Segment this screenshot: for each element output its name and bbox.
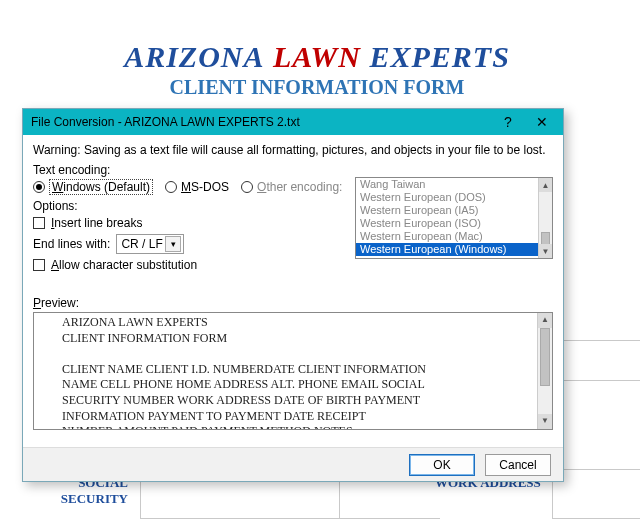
file-conversion-dialog: File Conversion - ARIZONA LAWN EXPERTS 2… (22, 108, 564, 482)
table-cell (552, 469, 640, 519)
chevron-down-icon: ▾ (165, 236, 181, 252)
document-subtitle: CLIENT INFORMATION FORM (0, 76, 634, 99)
warning-text: Warning: Saving as a text file will caus… (33, 143, 553, 157)
scroll-down-icon[interactable]: ▼ (538, 414, 552, 429)
checkbox-icon (33, 217, 45, 229)
end-lines-value: CR / LF (121, 237, 162, 251)
preview-line: CLIENT NAME CLIENT I.D. NUMBERDATE CLIEN… (62, 362, 534, 378)
preview-line: ARIZONA LAWN EXPERTS (62, 315, 534, 331)
checkbox-icon (33, 259, 45, 271)
preview-line: INFORMATION PAYMENT TO PAYMENT DATE RECE… (62, 409, 534, 425)
radio-msdos[interactable]: MS-DOS (165, 180, 229, 194)
document-title: ARIZONA LAWN EXPERTS (0, 40, 634, 74)
title-word-1: ARIZONA (124, 40, 264, 73)
cancel-button[interactable]: Cancel (485, 454, 551, 476)
title-word-2: LAWN (273, 40, 361, 73)
dialog-titlebar[interactable]: File Conversion - ARIZONA LAWN EXPERTS 2… (23, 109, 563, 135)
list-item-selected[interactable]: Western European (Windows) (356, 243, 552, 256)
scrollbar[interactable]: ▲ ▼ (538, 178, 552, 258)
end-lines-label: End lines with: (33, 237, 110, 251)
scroll-thumb[interactable] (540, 328, 550, 386)
preview-label: Preview: (33, 296, 553, 310)
scrollbar[interactable]: ▲ ▼ (537, 313, 552, 429)
preview-line: CLIENT INFORMATION FORM (62, 331, 534, 347)
text-encoding-label: Text encoding: (33, 163, 553, 177)
close-button[interactable]: ✕ (525, 111, 559, 133)
radio-windows-default[interactable]: Windows (Default) (33, 179, 153, 195)
preview-line: SECURITY NUMBER WORK ADDRESS DATE OF BIR… (62, 393, 534, 409)
radio-icon (165, 181, 177, 193)
preview-line (62, 346, 534, 362)
preview-textbox[interactable]: ARIZONA LAWN EXPERTS CLIENT INFORMATION … (33, 312, 553, 430)
help-button[interactable]: ? (491, 111, 525, 133)
dialog-title: File Conversion - ARIZONA LAWN EXPERTS 2… (31, 115, 491, 129)
title-word-3: EXPERTS (369, 40, 509, 73)
ok-button[interactable]: OK (409, 454, 475, 476)
dialog-body: Warning: Saving as a text file will caus… (23, 135, 563, 438)
encoding-listbox[interactable]: Wang Taiwan Western European (DOS) Weste… (355, 177, 553, 259)
list-item[interactable]: Western European (DOS) (356, 191, 552, 204)
radio-other-encoding[interactable]: Other encoding: (241, 180, 342, 194)
list-item[interactable]: Western European (Mac) (356, 230, 552, 243)
list-item[interactable]: Western European (IA5) (356, 204, 552, 217)
checkbox-allow-substitution[interactable]: Allow character substitution (33, 258, 553, 272)
end-lines-combo[interactable]: CR / LF ▾ (116, 234, 184, 254)
preview-line: NAME CELL PHONE HOME ADDRESS ALT. PHONE … (62, 377, 534, 393)
list-item[interactable]: Wang Taiwan (356, 178, 552, 191)
dialog-footer: OK Cancel (23, 447, 563, 481)
list-item[interactable]: Western European (ISO) (356, 217, 552, 230)
scroll-up-icon[interactable]: ▲ (539, 178, 552, 192)
radio-icon (33, 181, 45, 193)
scroll-up-icon[interactable]: ▲ (538, 313, 552, 328)
radio-icon (241, 181, 253, 193)
preview-line: NUMBER AMOUNT PAID PAYMENT METHOD NOTES (62, 424, 534, 430)
scroll-down-icon[interactable]: ▼ (539, 244, 552, 258)
